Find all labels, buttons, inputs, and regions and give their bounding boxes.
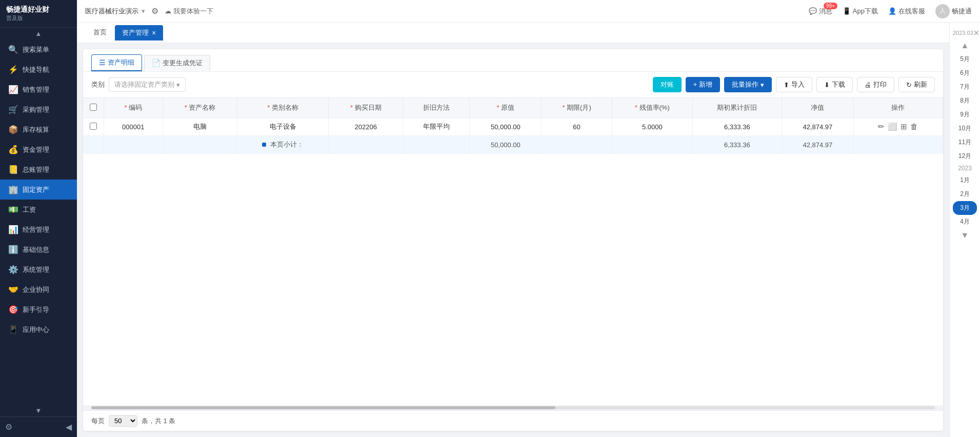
month-item-2月[interactable]: 2月: [950, 187, 980, 201]
panel-scroll-down[interactable]: ▼: [959, 229, 971, 242]
download-button[interactable]: ⬇ 下载: [816, 77, 853, 92]
company-dropdown-icon: ▾: [142, 7, 145, 15]
refresh-icon: ↻: [906, 81, 912, 89]
sidebar-item-label-app-center: 应用中心: [23, 325, 49, 334]
tab-asset-detail[interactable]: ☰ 资产明细: [91, 54, 142, 71]
sidebar-item-fixed-assets[interactable]: 🏢 固定资产: [0, 180, 77, 200]
row-checkbox-0[interactable]: [90, 123, 97, 130]
asset-table-container: * 编码 * 资产名称 * 类别名称 * 购买日期 折旧方法 * 原值 * 期限…: [83, 98, 943, 405]
tab-asset-management[interactable]: 资产管理 ×: [115, 25, 163, 41]
panel-scroll-up[interactable]: ▲: [959, 39, 971, 52]
list-icon: ☰: [99, 58, 106, 67]
sidebar-item-label-system: 系统管理: [23, 265, 49, 274]
row-purchase-date-0: 202206: [329, 118, 403, 136]
search-icon: 🔍: [8, 45, 18, 54]
month-item-11月[interactable]: 11月: [950, 135, 980, 149]
collapse-icon[interactable]: ◀: [66, 422, 72, 432]
month-item-5月[interactable]: 5月: [950, 52, 980, 66]
new-button[interactable]: + 新增: [686, 77, 720, 92]
subtotal-original-value: 50,000.00: [470, 136, 542, 154]
sidebar-scroll-up[interactable]: ▲: [0, 28, 77, 39]
sidebar-item-search[interactable]: 🔍 搜索菜单: [0, 39, 77, 59]
sidebar-item-label-fixed-assets: 固定资产: [23, 185, 49, 194]
fixed-assets-icon: 🏢: [8, 185, 18, 194]
print-label: 打印: [873, 80, 887, 89]
month-item-4月[interactable]: 4月: [950, 215, 980, 229]
sidebar-item-system[interactable]: ⚙️ 系统管理: [0, 260, 77, 280]
settings-gear-icon[interactable]: ⚙: [151, 6, 158, 16]
category-select[interactable]: 请选择固定资产类别 ▾: [109, 77, 186, 92]
refresh-button[interactable]: ↻ 刷新: [898, 77, 935, 92]
copy-icon-0[interactable]: ⬜: [888, 122, 897, 131]
messages-badge: 99+: [824, 3, 837, 9]
month-item-12月[interactable]: 12月: [950, 149, 980, 163]
sidebar-item-enterprise[interactable]: 🤝 企业协同: [0, 280, 77, 300]
scrollbar-track: [91, 406, 935, 409]
month-item-3月[interactable]: 3月: [953, 201, 977, 215]
sidebar-item-app-center[interactable]: 📱 应用中心: [0, 320, 77, 340]
tab-asset-detail-label: 资产明细: [108, 58, 134, 67]
sidebar-item-sales[interactable]: 📈 销售管理: [0, 80, 77, 100]
month-item-7月[interactable]: 7月: [950, 80, 980, 94]
settings-icon[interactable]: ⚙: [5, 422, 12, 432]
experience-btn[interactable]: ☁ 我要体验一下: [165, 7, 213, 16]
year-label: 2023.03: [953, 30, 973, 36]
import-button[interactable]: ⬆ 导入: [776, 77, 812, 92]
service-icon: 👤: [888, 7, 896, 15]
company-selector[interactable]: 医疗器械行业演示 ▾: [85, 7, 145, 16]
row-residual-rate-0: 5.0000: [612, 118, 692, 136]
sidebar-item-label-ledger: 总账管理: [23, 165, 49, 174]
sidebar-item-label-enterprise: 企业协同: [23, 285, 49, 294]
online-service-btn[interactable]: 👤 在线客服: [888, 7, 925, 16]
app-download-btn[interactable]: 📱 App下载: [843, 7, 878, 16]
sidebar-item-ledger[interactable]: 📒 总账管理: [0, 160, 77, 180]
month-item-10月[interactable]: 10月: [950, 122, 980, 135]
row-net-value-0: 42,874.97: [782, 118, 853, 136]
month-item-8月[interactable]: 8月: [950, 94, 980, 108]
batch-ops-button[interactable]: 批量操作 ▾: [724, 77, 772, 92]
online-service-label: 在线客服: [898, 7, 925, 16]
system-icon: ⚙️: [8, 265, 18, 274]
sidebar-item-label-guide: 新手引导: [23, 305, 49, 314]
tab-label: 资产管理: [122, 28, 149, 37]
user-avatar-area[interactable]: 人 畅捷通: [935, 4, 972, 18]
messages-btn[interactable]: 💬 消息 99+: [809, 7, 832, 16]
month-item-9月[interactable]: 9月: [950, 108, 980, 122]
scrollbar-thumb[interactable]: [91, 406, 555, 409]
sidebar-item-basic-info[interactable]: ℹ️ 基础信息: [0, 240, 77, 260]
sidebar-scroll-down[interactable]: ▼: [0, 405, 77, 416]
reconcile-button[interactable]: 对账: [653, 77, 682, 92]
tab-home[interactable]: 首页: [85, 24, 115, 42]
main-area: 医疗器械行业演示 ▾ ⚙ ☁ 我要体验一下 💬 消息 99+ 📱 App下载 👤…: [77, 0, 980, 437]
sidebar-item-purchase[interactable]: 🛒 采购管理: [0, 100, 77, 120]
print-button[interactable]: 🖨 打印: [857, 77, 894, 92]
download-label: 下载: [832, 80, 845, 89]
horizontal-scrollbar[interactable]: [83, 405, 943, 410]
tab-voucher-gen[interactable]: 📄 变更生成凭证: [144, 55, 210, 71]
sidebar-item-guide[interactable]: 🎯 新手引导: [0, 300, 77, 320]
tab-close-icon[interactable]: ×: [152, 29, 156, 37]
page-content: 首页 资产管理 × ☰ 资产明细 📄: [77, 23, 949, 437]
app-center-icon: 📱: [8, 325, 18, 334]
sidebar-item-label-purchase: 采购管理: [23, 105, 49, 114]
month-item-1月[interactable]: 1月: [950, 173, 980, 187]
doc-icon: 📄: [152, 59, 161, 67]
sidebar-item-inventory[interactable]: 📦 库存核算: [0, 120, 77, 140]
month-item-6月[interactable]: 6月: [950, 66, 980, 80]
main-card: ☰ 资产明细 📄 变更生成凭证 类别 请选择固定资产: [83, 49, 943, 431]
sidebar-item-management[interactable]: 📊 经营管理: [0, 220, 77, 240]
page-size-select[interactable]: 50 100: [109, 415, 137, 427]
toolbar-right: 对账 + 新增 批量操作 ▾ ⬆ 导入 ⬇: [653, 77, 935, 92]
select-all-checkbox[interactable]: [90, 104, 97, 111]
panel-close-icon[interactable]: ✕: [973, 29, 979, 37]
sidebar-item-finance[interactable]: 💰 资金管理: [0, 140, 77, 160]
delete-icon-0[interactable]: 🗑: [910, 122, 918, 131]
subtotal-row: 本页小计： 50,000.00 6,333.36 42,874.97: [83, 136, 943, 154]
sidebar-item-payroll[interactable]: 💵 工资: [0, 200, 77, 220]
edit-icon-0[interactable]: ✏: [878, 122, 885, 131]
sidebar-item-quick-nav[interactable]: ⚡ 快捷导航: [0, 59, 77, 80]
page-size-prefix: 每页: [91, 416, 105, 426]
row-period-0: 60: [542, 118, 612, 136]
more-icon-0[interactable]: ⊞: [901, 122, 907, 131]
batch-ops-arrow: ▾: [761, 81, 764, 89]
